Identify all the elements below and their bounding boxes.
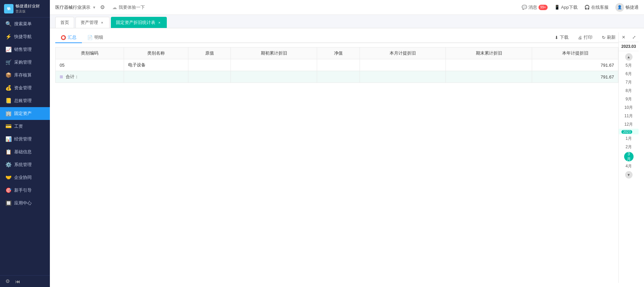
sidebar-item-operations[interactable]: 📊 经营管理 xyxy=(0,133,50,146)
guide-icon: 🎯 xyxy=(5,187,11,193)
month-7[interactable]: 7月 xyxy=(619,78,639,87)
subtotal-original xyxy=(188,71,231,83)
close-asset-mgmt-tab[interactable]: × xyxy=(100,20,104,25)
col-name: 类别名称 xyxy=(124,47,188,59)
month-2023-3[interactable]: 3月 xyxy=(624,152,634,161)
sidebar-item-salary[interactable]: 💳 工资 xyxy=(0,120,50,133)
month-10[interactable]: 10月 xyxy=(619,103,639,112)
collapse-icon[interactable]: ⏮ xyxy=(15,279,20,284)
sub-tab-detail[interactable]: 📄 明细 xyxy=(82,32,109,43)
messages-icon: 💬 xyxy=(522,5,527,10)
month-11[interactable]: 11月 xyxy=(619,112,639,120)
col-accum-depreciation: 期初累计折旧 xyxy=(231,47,317,59)
tab-depreciation[interactable]: 固定资产折旧统计表 × xyxy=(111,17,167,28)
app-logo-text: 畅捷通好业财 普及版 xyxy=(16,3,40,14)
download-button[interactable]: ⬇ 下载 xyxy=(552,32,571,42)
sidebar-item-fixed-assets[interactable]: 🏢 固定资产 xyxy=(0,107,50,120)
row-period-end-accum xyxy=(446,59,532,71)
sidebar-menu: 🔍 搜索菜单 ⚡ 快捷导航 📈 销售管理 🛒 采购管理 📦 库存核算 💰 资金管… xyxy=(0,18,50,275)
scroll-down-btn[interactable]: ▼ xyxy=(625,171,633,179)
user-profile[interactable]: 👤 畅捷通 xyxy=(615,3,639,12)
sidebar-item-system[interactable]: ⚙️ 系统管理 xyxy=(0,158,50,171)
row-code: 05 xyxy=(56,59,124,71)
col-original: 原值 xyxy=(188,47,231,59)
refresh-icon: ↻ xyxy=(602,35,606,40)
sidebar-item-guide[interactable]: 🎯 新手引导 xyxy=(0,184,50,197)
sidebar: 畅 畅捷通好业财 普及版 🔍 搜索菜单 ⚡ 快捷导航 📈 销售管理 🛒 采购管理… xyxy=(0,0,50,287)
sidebar-item-inventory[interactable]: 📦 库存核算 xyxy=(0,69,50,82)
sales-icon: 📈 xyxy=(5,46,11,53)
sidebar-item-purchase[interactable]: 🛒 采购管理 xyxy=(0,56,50,69)
month-2023-1[interactable]: 1月 xyxy=(619,134,639,143)
col-net-value: 净值 xyxy=(317,47,360,59)
tab-home[interactable]: 首页 xyxy=(55,17,74,28)
avatar: 👤 xyxy=(615,3,624,12)
month-2023-2[interactable]: 2月 xyxy=(619,143,639,151)
sidebar-item-sales[interactable]: 📈 销售管理 xyxy=(0,43,50,56)
table-toolbar: ⬇ 下载 🖨 打印 ↻ 刷新 xyxy=(552,32,618,42)
app-logo-icon: 畅 xyxy=(4,4,13,13)
main-area: 医疗器械行业演示 ▼ ⚙ ☁ 我要体验一下 💬 消息 99+ 📱 App下载 🎧… xyxy=(50,0,644,287)
company-selector[interactable]: 医疗器械行业演示 ▼ xyxy=(55,4,96,10)
experience-icon: ☁ xyxy=(112,5,117,10)
sidebar-item-ledger[interactable]: 📒 总账管理 xyxy=(0,94,50,107)
print-button[interactable]: 🖨 打印 xyxy=(575,32,595,42)
date-panel-expand[interactable]: ⤢ xyxy=(631,34,637,40)
summary-icon: ⭕ xyxy=(61,35,66,40)
subtotal-row: ⊞ 合计： 791.67 xyxy=(56,71,618,83)
experience-button[interactable]: ☁ 我要体验一下 xyxy=(109,3,148,12)
date-list: ▲ 5月 6月 7月 8月 9月 10月 11月 12月 2023 1月 2月 … xyxy=(619,51,639,283)
month-12[interactable]: 12月 xyxy=(619,120,639,129)
month-5[interactable]: 5月 xyxy=(619,61,639,70)
company-dropdown-icon: ▼ xyxy=(92,5,96,9)
detail-icon: 📄 xyxy=(87,35,93,40)
row-name: 电子设备 xyxy=(124,59,188,71)
download-icon: ⬇ xyxy=(555,35,558,40)
sidebar-item-cooperation[interactable]: 🤝 企业协同 xyxy=(0,171,50,184)
messages-button[interactable]: 💬 消息 99+ xyxy=(522,4,548,10)
month-2023-4[interactable]: 4月 xyxy=(619,162,639,170)
sidebar-item-search[interactable]: 🔍 搜索菜单 xyxy=(0,18,50,30)
subtotal-accum-depreciation xyxy=(231,71,317,83)
tab-asset-mgmt[interactable]: 资产管理 × xyxy=(75,17,110,28)
year-2023-badge: 2023 xyxy=(621,130,632,134)
page-content: ⭕ 汇总 📄 明细 ⬇ 下载 🖨 打印 xyxy=(55,32,618,283)
messages-badge: 99+ xyxy=(539,5,548,10)
topbar-settings-icon[interactable]: ⚙ xyxy=(100,4,105,10)
salary-icon: 💳 xyxy=(5,123,11,129)
month-9[interactable]: 9月 xyxy=(619,95,639,103)
customer-service-icon: 🎧 xyxy=(584,5,590,10)
month-8[interactable]: 8月 xyxy=(619,87,639,95)
sidebar-item-basic-info[interactable]: 📋 基础信息 xyxy=(0,146,50,158)
sub-tab-summary[interactable]: ⭕ 汇总 xyxy=(55,32,82,43)
table-container: 类别编码 类别名称 原值 期初累计折旧 净值 本月计提折旧 期末累计折旧 本年计… xyxy=(55,47,618,83)
funds-icon: 💰 xyxy=(5,85,11,91)
date-panel-close[interactable]: ✕ xyxy=(620,34,627,40)
purchase-icon: 🛒 xyxy=(5,59,11,65)
month-6[interactable]: 6月 xyxy=(619,70,639,78)
sidebar-item-app-center[interactable]: 🔲 应用中心 xyxy=(0,197,50,210)
sidebar-logo: 畅 畅捷通好业财 普及版 xyxy=(0,0,50,18)
search-icon: 🔍 xyxy=(5,21,11,27)
depreciation-table: 类别编码 类别名称 原值 期初累计折旧 净值 本月计提折旧 期末累计折旧 本年计… xyxy=(55,47,618,83)
sidebar-item-funds[interactable]: 💰 资金管理 xyxy=(0,82,50,94)
subtotal-net-value xyxy=(317,71,360,83)
settings-icon[interactable]: ⚙ xyxy=(5,278,10,284)
app-download-button[interactable]: 📱 App下载 xyxy=(554,4,578,10)
scroll-up-btn[interactable]: ▲ xyxy=(625,53,633,61)
row-monthly-depreciation xyxy=(360,59,446,71)
company-name: 医疗器械行业演示 xyxy=(55,4,90,10)
refresh-button[interactable]: ↻ 刷新 xyxy=(599,32,618,42)
app-download-icon: 📱 xyxy=(554,5,560,10)
customer-service-button[interactable]: 🎧 在线客服 xyxy=(584,4,609,10)
sidebar-item-quick-nav[interactable]: ⚡ 快捷导航 xyxy=(0,30,50,43)
sidebar-bottom: ⚙ ⏮ xyxy=(0,275,50,287)
col-period-end-accum: 期末累计折旧 xyxy=(446,47,532,59)
sub-tabs: ⭕ 汇总 📄 明细 ⬇ 下载 🖨 打印 xyxy=(55,32,618,43)
fixed-assets-icon: 🏢 xyxy=(5,110,11,117)
print-icon: 🖨 xyxy=(578,35,582,40)
table-row: 05 电子设备 791.67 xyxy=(56,59,618,71)
subtotal-name xyxy=(124,71,188,83)
col-annual-depreciation: 本年计提折旧 xyxy=(532,47,618,59)
close-depreciation-tab[interactable]: × xyxy=(157,20,162,25)
